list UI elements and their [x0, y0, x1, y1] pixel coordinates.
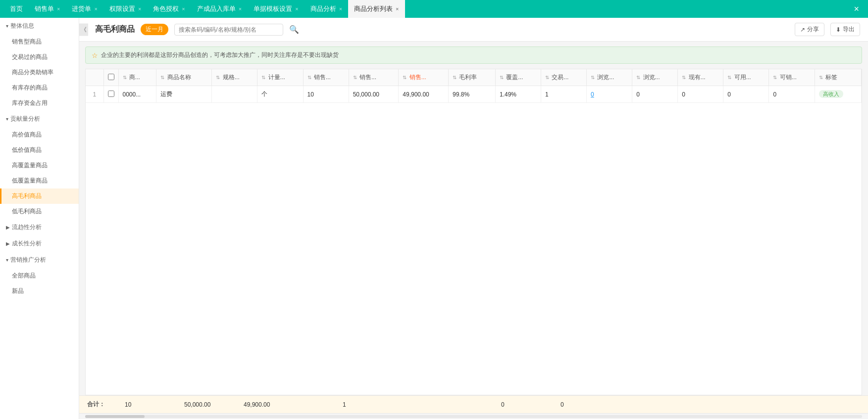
col-gross-rate[interactable]: ⇅ 毛利率: [449, 69, 496, 86]
scrollbar-thumb[interactable]: [85, 415, 145, 418]
nav-role-auth[interactable]: 角色授权 ×: [147, 0, 191, 18]
row-name: 运费: [156, 86, 212, 103]
nav-template-settings[interactable]: 单据模板设置 ×: [248, 0, 304, 18]
close-sales-order-icon[interactable]: ×: [57, 6, 60, 12]
export-icon: ⬇: [836, 26, 841, 33]
close-role-auth-icon[interactable]: ×: [182, 6, 185, 12]
content-area: 《 高毛利商品 近一月 🔍 ↗ 分享 ⬇ 导出 ☆ 企业的主要的利润都是这部分商…: [79, 18, 868, 419]
sidebar-collapse-button[interactable]: 《: [79, 23, 88, 36]
col-checkbox[interactable]: [103, 69, 118, 86]
sort-icon-sales3: ⇅: [403, 75, 407, 80]
row-trade: 1: [541, 86, 587, 103]
sidebar-item-traded-products[interactable]: 交易过的商品: [0, 49, 79, 65]
col-sales2[interactable]: ⇅ 销售...: [349, 69, 399, 86]
close-product-analysis-icon[interactable]: ×: [339, 6, 342, 12]
sidebar-item-sales-products[interactable]: 销售型商品: [0, 34, 79, 49]
info-icon: ☆: [92, 51, 98, 59]
row-gross-rate: 99.8%: [449, 86, 496, 103]
sort-icon-sales2: ⇅: [353, 75, 357, 80]
footer-sales1: 10: [125, 401, 164, 408]
nav-product-inbound[interactable]: 产成品入库单 ×: [191, 0, 248, 18]
data-table: ⇅ 商... ⇅ 商品名称 ⇅ 规格... ⇅: [86, 69, 862, 103]
col-sales1[interactable]: ⇅ 销售...: [303, 69, 349, 86]
col-unit[interactable]: ⇅ 计量...: [257, 69, 303, 86]
sort-icon-available: ⇅: [727, 75, 731, 80]
col-trade[interactable]: ⇅ 交易...: [541, 69, 587, 86]
page-title: 高毛利商品: [95, 24, 135, 35]
col-spec[interactable]: ⇅ 规格...: [212, 69, 257, 86]
sidebar-group-trend[interactable]: ▶ 流趋性分析: [0, 219, 79, 235]
close-purchase-order-icon[interactable]: ×: [94, 6, 97, 12]
window-close-button[interactable]: ×: [849, 4, 864, 14]
nav-purchase-order[interactable]: 进货单 ×: [66, 0, 103, 18]
close-product-analysis-list-icon[interactable]: ×: [396, 6, 399, 12]
row-sales3: 49,900.00: [399, 86, 449, 103]
sidebar-group-overall[interactable]: ▾ 整体信息: [0, 18, 79, 34]
sidebar-group-marketing[interactable]: ▾ 营销推广分析: [0, 252, 79, 268]
filter-recent-month-button[interactable]: 近一月: [141, 24, 168, 35]
search-button[interactable]: 🔍: [289, 25, 299, 34]
nav-home[interactable]: 首页: [4, 0, 29, 18]
nav-product-analysis[interactable]: 商品分析 ×: [305, 0, 348, 18]
sidebar-item-new-products[interactable]: 新品: [0, 283, 79, 299]
sort-icon-name: ⇅: [160, 75, 164, 80]
nav-sales-order[interactable]: 销售单 ×: [29, 0, 66, 18]
sidebar-item-in-stock-products[interactable]: 有库存的商品: [0, 80, 79, 95]
scrollbar-track[interactable]: [85, 415, 862, 418]
chevron-right-icon: ▶: [6, 225, 10, 230]
row-tag: 高收入: [815, 86, 862, 103]
header-actions: ↗ 分享 ⬇ 导出: [795, 23, 860, 36]
sidebar-item-all-products[interactable]: 全部商品: [0, 268, 79, 283]
sidebar-item-low-coverage[interactable]: 低覆盖量商品: [0, 173, 79, 188]
sort-icon-browse1: ⇅: [591, 75, 595, 80]
share-button[interactable]: ↗ 分享: [795, 23, 824, 36]
row-sales2: 50,000.00: [349, 86, 399, 103]
col-browse1[interactable]: ⇅ 浏览...: [587, 69, 632, 86]
sort-icon-current: ⇅: [682, 75, 686, 80]
col-available[interactable]: ⇅ 可用...: [723, 69, 769, 86]
close-template-icon[interactable]: ×: [295, 6, 298, 12]
col-code[interactable]: ⇅ 商...: [118, 69, 156, 86]
sidebar: ▾ 整体信息 销售型商品 交易过的商品 商品分类助销率 有库存的商品 库存资金占…: [0, 18, 79, 419]
row-current: 0: [678, 86, 723, 103]
sort-icon-gross-rate: ⇅: [453, 75, 457, 80]
nav-product-analysis-list[interactable]: 商品分析列表 ×: [348, 0, 405, 18]
export-button[interactable]: ⬇ 导出: [830, 23, 860, 36]
select-all-checkbox[interactable]: [108, 74, 114, 80]
footer-label: 合计：: [87, 400, 105, 409]
row-unit: 个: [257, 86, 303, 103]
row-checkbox[interactable]: [108, 91, 114, 97]
chevron-down-icon: ▾: [6, 23, 8, 29]
sidebar-group-contribution[interactable]: ▾ 贡献量分析: [0, 111, 79, 127]
sidebar-item-low-margin[interactable]: 低毛利商品: [0, 204, 79, 219]
col-sellable[interactable]: ⇅ 可销...: [769, 69, 815, 86]
sidebar-group-growth[interactable]: ▶ 成长性分析: [0, 235, 79, 252]
close-product-inbound-icon[interactable]: ×: [239, 6, 242, 12]
col-tag[interactable]: ⇅ 标签: [815, 69, 862, 86]
sort-icon-spec: ⇅: [216, 75, 220, 80]
col-coverage[interactable]: ⇅ 覆盖...: [495, 69, 541, 86]
sidebar-item-category-assist-rate[interactable]: 商品分类助销率: [0, 65, 79, 80]
horizontal-scrollbar[interactable]: [79, 413, 868, 419]
nav-permission-settings[interactable]: 权限设置 ×: [103, 0, 147, 18]
search-input[interactable]: [174, 24, 283, 36]
sort-icon-coverage: ⇅: [500, 75, 504, 80]
main-layout: ▾ 整体信息 销售型商品 交易过的商品 商品分类助销率 有库存的商品 库存资金占…: [0, 18, 868, 419]
row-sellable: 0: [769, 86, 815, 103]
row-browse1[interactable]: 0: [587, 86, 632, 103]
info-banner: ☆ 企业的主要的利润都是这部分商品创造的，可考虑加大推广，同时关注库存是不要出现…: [85, 47, 862, 64]
close-permission-icon[interactable]: ×: [138, 6, 141, 12]
sidebar-item-high-coverage[interactable]: 高覆盖量商品: [0, 158, 79, 173]
col-browse2[interactable]: ⇅ 浏览...: [632, 69, 678, 86]
sidebar-item-high-margin[interactable]: 高毛利商品: [0, 188, 79, 204]
sidebar-item-high-value[interactable]: 高价值商品: [0, 127, 79, 142]
browse1-link[interactable]: 0: [591, 91, 594, 98]
col-sales3[interactable]: ⇅ 销售...: [399, 69, 449, 86]
row-checkbox-cell[interactable]: [103, 86, 118, 103]
sort-icon-sales1: ⇅: [307, 75, 311, 80]
col-current[interactable]: ⇅ 现有...: [678, 69, 723, 86]
col-name[interactable]: ⇅ 商品名称: [156, 69, 212, 86]
chevron-right-icon-2: ▶: [6, 241, 10, 246]
sidebar-item-stock-fund[interactable]: 库存资金占用: [0, 95, 79, 111]
sidebar-item-low-value[interactable]: 低价值商品: [0, 142, 79, 158]
